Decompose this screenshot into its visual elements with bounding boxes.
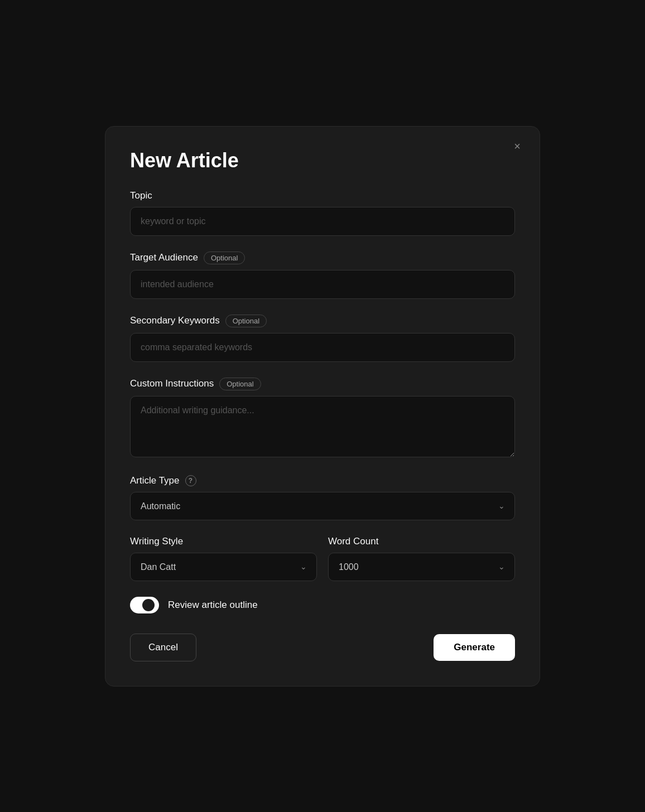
button-row: Cancel Generate xyxy=(130,634,515,661)
article-type-help-icon[interactable]: ? xyxy=(185,475,196,486)
article-type-select-wrapper: Automatic Blog Post How-To Guide Listicl… xyxy=(130,492,515,520)
modal-container: × New Article Topic Target Audience Opti… xyxy=(105,126,540,687)
writing-style-word-count-row: Writing Style Dan Catt Casual Profession… xyxy=(130,536,515,597)
target-audience-optional-badge: Optional xyxy=(204,252,245,264)
review-toggle-label: Review article outline xyxy=(168,600,258,611)
toggle-thumb xyxy=(142,599,155,611)
writing-style-field-group: Writing Style Dan Catt Casual Profession… xyxy=(130,536,317,581)
custom-instructions-textarea[interactable] xyxy=(130,396,515,457)
word-count-label: Word Count xyxy=(328,536,378,547)
generate-button[interactable]: Generate xyxy=(434,634,515,661)
word-count-select-wrapper: 500 750 1000 1500 2000 2500 ⌄ xyxy=(328,553,515,581)
target-audience-field-group: Target Audience Optional xyxy=(130,252,515,299)
topic-input[interactable] xyxy=(130,207,515,236)
article-type-select[interactable]: Automatic Blog Post How-To Guide Listicl… xyxy=(130,492,515,520)
target-audience-label: Target Audience xyxy=(130,252,198,263)
target-audience-input[interactable] xyxy=(130,270,515,299)
toggle-track xyxy=(130,597,159,613)
secondary-keywords-optional-badge: Optional xyxy=(225,315,267,327)
custom-instructions-optional-badge: Optional xyxy=(219,378,261,390)
custom-instructions-label: Custom Instructions xyxy=(130,378,214,389)
article-type-label: Article Type xyxy=(130,475,180,486)
word-count-field-group: Word Count 500 750 1000 1500 2000 2500 ⌄ xyxy=(328,536,515,581)
modal-overlay: × New Article Topic Target Audience Opti… xyxy=(0,0,645,812)
custom-instructions-field-group: Custom Instructions Optional xyxy=(130,378,515,460)
writing-style-select[interactable]: Dan Catt Casual Professional Technical xyxy=(130,553,317,581)
topic-label: Topic xyxy=(130,190,152,201)
writing-style-label: Writing Style xyxy=(130,536,183,547)
writing-style-select-wrapper: Dan Catt Casual Professional Technical ⌄ xyxy=(130,553,317,581)
word-count-select[interactable]: 500 750 1000 1500 2000 2500 xyxy=(328,553,515,581)
modal-title: New Article xyxy=(130,149,515,172)
secondary-keywords-label: Secondary Keywords xyxy=(130,315,220,326)
topic-field-group: Topic xyxy=(130,190,515,236)
article-type-field-group: Article Type ? Automatic Blog Post How-T… xyxy=(130,475,515,520)
close-button[interactable]: × xyxy=(508,138,526,156)
secondary-keywords-input[interactable] xyxy=(130,333,515,362)
secondary-keywords-field-group: Secondary Keywords Optional xyxy=(130,315,515,362)
review-toggle-row: Review article outline xyxy=(130,597,515,613)
cancel-button[interactable]: Cancel xyxy=(130,634,196,661)
review-toggle-switch[interactable] xyxy=(130,597,159,613)
